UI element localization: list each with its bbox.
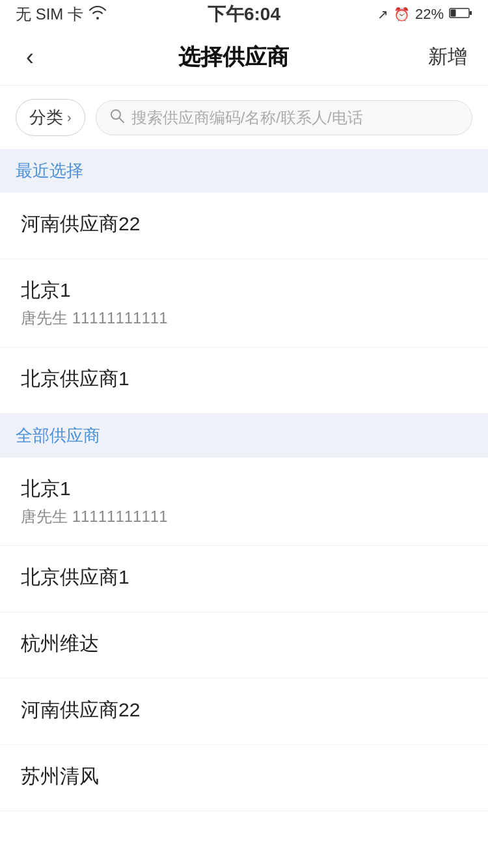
recent-list: 河南供应商22北京1唐先生 11111111111北京供应商1 <box>0 193 488 414</box>
alarm-icon: ⏰ <box>394 7 410 22</box>
status-bar: 无 SIM 卡 下午6:04 ↗ ⏰ 22% <box>0 0 488 29</box>
item-detail: 唐先生 11111111111 <box>21 308 467 329</box>
sim-text: 无 SIM 卡 <box>16 4 83 25</box>
item-name: 河南供应商22 <box>21 697 467 724</box>
all-list-item[interactable]: 杭州维达 <box>0 612 488 679</box>
svg-rect-1 <box>470 11 472 15</box>
item-name: 北京供应商1 <box>21 366 467 392</box>
recent-section-header: 最近选择 <box>0 149 488 193</box>
status-right: ↗ ⏰ 22% <box>377 6 472 23</box>
wifi-icon <box>88 5 107 23</box>
all-list-item[interactable]: 河南供应商22 <box>0 679 488 745</box>
item-name: 北京1 <box>21 277 467 304</box>
all-list-item[interactable]: 苏州清风 <box>0 745 488 811</box>
location-icon: ↗ <box>377 7 388 22</box>
recent-list-item[interactable]: 北京1唐先生 11111111111 <box>0 259 488 347</box>
status-time: 下午6:04 <box>208 2 280 27</box>
all-list-item[interactable]: 北京供应商1 <box>0 546 488 612</box>
status-left: 无 SIM 卡 <box>16 4 107 25</box>
battery-icon <box>449 6 472 23</box>
all-section-header: 全部供应商 <box>0 414 488 457</box>
search-placeholder-text: 搜索供应商编码/名称/联系人/电话 <box>131 107 363 128</box>
all-suppliers-list: 北京1唐先生 11111111111北京供应商1杭州维达河南供应商22苏州清风 <box>0 457 488 811</box>
item-name: 杭州维达 <box>21 631 467 657</box>
item-name: 北京供应商1 <box>21 564 467 591</box>
category-button[interactable]: 分类 › <box>16 99 85 136</box>
search-box[interactable]: 搜索供应商编码/名称/联系人/电话 <box>96 100 472 135</box>
item-name: 北京1 <box>21 476 467 502</box>
chevron-right-icon: › <box>67 110 72 125</box>
filter-bar: 分类 › 搜索供应商编码/名称/联系人/电话 <box>0 86 488 149</box>
recent-list-item[interactable]: 北京供应商1 <box>0 347 488 414</box>
all-list-item[interactable]: 北京1唐先生 11111111111 <box>0 457 488 546</box>
nav-bar: ‹ 选择供应商 新增 <box>0 29 488 86</box>
category-label: 分类 <box>29 106 63 129</box>
item-detail: 唐先生 11111111111 <box>21 506 467 527</box>
page-title: 选择供应商 <box>178 42 289 72</box>
item-name: 苏州清风 <box>21 763 467 790</box>
add-button[interactable]: 新增 <box>428 44 467 70</box>
item-name: 河南供应商22 <box>21 211 467 237</box>
back-button[interactable]: ‹ <box>21 38 39 76</box>
recent-list-item[interactable]: 河南供应商22 <box>0 193 488 259</box>
svg-rect-2 <box>451 10 456 17</box>
svg-line-4 <box>119 118 124 122</box>
battery-text: 22% <box>415 6 444 23</box>
search-icon <box>109 108 125 128</box>
